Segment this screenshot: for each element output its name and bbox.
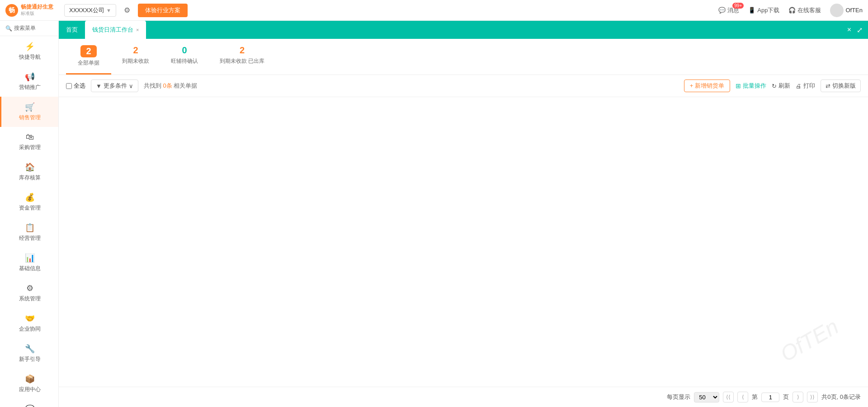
sidebar-label-app-center: 应用中心 <box>19 386 41 393</box>
basic-info-icon: 📊 <box>25 253 35 263</box>
stat-num-wangwang: 0 <box>182 45 187 56</box>
stat-label-all: 全部单据 <box>78 59 99 67</box>
stats-bar: 2 全部单据 2 到期未收款 0 旺辅待确认 2 到期未收款 已出库 <box>59 39 868 75</box>
message-badge: 99+ <box>732 3 744 9</box>
stat-label-unshipped: 到期未收款 已出库 <box>220 57 264 65</box>
online-service-item[interactable]: 🎧 在线客服 <box>788 6 821 14</box>
message-icon: 💬 <box>718 7 726 14</box>
avatar <box>830 4 844 17</box>
logo-icon: 畅 <box>5 4 18 17</box>
stat-tab-overdue[interactable]: 2 到期未收款 <box>111 39 160 75</box>
switch-version-button[interactable]: ⇄ 切换新版 <box>821 80 861 92</box>
add-order-label: + 新增销货单 <box>690 82 724 90</box>
tab-workspace[interactable]: 钱货日清工作台 × <box>85 21 146 39</box>
sidebar-item-wechat[interactable]: 💬 企业微信 <box>0 399 58 407</box>
wechat-icon: 💬 <box>25 404 35 407</box>
sidebar-item-basic-info[interactable]: 📊 基础信息 <box>0 248 58 278</box>
page-last-button[interactable]: ⟩⟩ <box>807 392 818 402</box>
sidebar-label-system: 系统管理 <box>19 295 41 303</box>
company-selector[interactable]: XXXXXX公司 ▼ <box>64 4 116 17</box>
enterprise-icon: 🤝 <box>25 313 35 323</box>
sidebar-item-inventory[interactable]: 🏠 库存核算 <box>0 157 58 187</box>
batch-icon: ⊞ <box>736 82 741 89</box>
tab-workspace-label: 钱货日清工作台 <box>92 26 133 34</box>
settings-icon[interactable]: ⚙ <box>121 4 133 17</box>
sidebar-item-quick-nav[interactable]: ⚡ 快捷导航 <box>0 36 58 66</box>
batch-operation-button[interactable]: ⊞ 批量操作 <box>736 82 766 90</box>
sidebar-item-system[interactable]: ⚙ 系统管理 <box>0 278 58 308</box>
sidebar-label-finance: 资金管理 <box>19 204 41 212</box>
message-item[interactable]: 💬 消息 99+ <box>718 6 739 14</box>
stat-num-overdue: 2 <box>133 45 138 56</box>
select-all-checkbox[interactable]: 全选 <box>66 82 85 90</box>
stat-tab-unshipped[interactable]: 2 到期未收款 已出库 <box>209 39 275 75</box>
operations-icon: 📋 <box>25 223 35 233</box>
app-download-icon: 📱 <box>748 7 755 14</box>
filter-icon: ▼ <box>96 83 102 89</box>
sidebar-item-finance[interactable]: 💰 资金管理 <box>0 187 58 217</box>
tab-close-icon[interactable]: × <box>136 27 139 33</box>
inventory-icon: 🏠 <box>25 162 35 172</box>
sidebar-item-guide[interactable]: 🔧 新手引导 <box>0 338 58 369</box>
sidebar-label-sales: 销售管理 <box>19 114 41 122</box>
page-prev-button[interactable]: ⟨ <box>737 392 748 402</box>
filter-label: 更多条件 <box>104 82 127 90</box>
trial-button[interactable]: 体验行业方案 <box>138 4 188 17</box>
tab-close-btn[interactable]: × <box>845 26 853 34</box>
sidebar-item-purchase[interactable]: 🛍 采购管理 <box>0 127 58 157</box>
sidebar-item-app-center[interactable]: 📦 应用中心 <box>0 369 58 399</box>
add-order-button[interactable]: + 新增销货单 <box>684 80 730 92</box>
found-suffix: 相关单据 <box>174 82 197 89</box>
per-page-select[interactable]: 20 50 100 <box>694 392 719 402</box>
sidebar-item-sales[interactable]: 🛒 销售管理 <box>0 97 58 127</box>
marketing-icon: 📢 <box>25 72 35 82</box>
sidebar-label-inventory: 库存核算 <box>19 174 41 182</box>
sidebar-label-basic-info: 基础信息 <box>19 265 41 272</box>
print-icon: 🖨 <box>796 83 802 89</box>
tab-home-label: 首页 <box>66 26 78 34</box>
logo-text-block: 畅捷通好生意 标准版 <box>21 4 53 17</box>
page-label: 第 <box>752 393 758 401</box>
page-number-input[interactable]: 1 <box>761 393 779 402</box>
select-all-label: 全选 <box>74 82 85 90</box>
refresh-label: 刷新 <box>778 82 790 90</box>
headset-icon: 🎧 <box>788 7 796 14</box>
refresh-button[interactable]: ↻ 刷新 <box>772 82 790 90</box>
stat-num-all: 2 <box>80 45 96 57</box>
tab-home[interactable]: 首页 <box>59 21 85 39</box>
lightning-icon: ⚡ <box>25 42 35 51</box>
select-all-input[interactable] <box>66 83 72 89</box>
total-info: 共0页, 0条记录 <box>821 393 861 401</box>
batch-label: 批量操作 <box>743 82 766 90</box>
guide-icon: 🔧 <box>25 344 35 354</box>
sidebar-label-marketing: 营销推广 <box>19 84 41 91</box>
company-name: XXXXXX公司 <box>69 6 104 14</box>
search-icon: 🔍 <box>5 25 12 32</box>
print-button[interactable]: 🖨 打印 <box>796 82 815 90</box>
page-label-end: 页 <box>783 393 789 401</box>
stat-tab-wangwang[interactable]: 0 旺辅待确认 <box>160 39 209 75</box>
app-download-item[interactable]: 📱 App下载 <box>748 6 779 14</box>
found-count: 0条 <box>163 82 172 89</box>
sidebar-item-marketing[interactable]: 📢 营销推广 <box>0 66 58 97</box>
tab-bar: 首页 钱货日清工作台 × × ⤢ <box>59 21 868 39</box>
table-area <box>59 97 868 387</box>
page-first-button[interactable]: ⟨⟨ <box>723 392 734 402</box>
company-arrow: ▼ <box>106 8 111 13</box>
print-label: 打印 <box>803 82 815 90</box>
online-service-label: 在线客服 <box>797 6 821 14</box>
app-download-label: App下载 <box>757 6 779 14</box>
filter-button[interactable]: ▼ 更多条件 ∨ <box>91 80 138 92</box>
tab-maximize-btn[interactable]: ⤢ <box>855 26 864 34</box>
sidebar-item-enterprise[interactable]: 🤝 企业协同 <box>0 308 58 338</box>
stat-num-unshipped: 2 <box>240 45 245 56</box>
sidebar-label-quick-nav: 快捷导航 <box>19 53 41 61</box>
sidebar-item-operations[interactable]: 📋 经营管理 <box>0 217 58 248</box>
avatar-area[interactable]: OfTEn <box>830 4 863 17</box>
main-content: 2 全部单据 2 到期未收款 0 旺辅待确认 2 到期未收款 已出库 <box>59 39 868 407</box>
logo-area: 畅 畅捷通好生意 标准版 <box>5 4 64 17</box>
page-next-button[interactable]: ⟩ <box>793 392 803 402</box>
sidebar-label-purchase: 采购管理 <box>19 144 41 151</box>
search-menu-item[interactable]: 🔍 搜索菜单 <box>0 21 58 36</box>
stat-tab-all[interactable]: 2 全部单据 <box>66 39 111 75</box>
